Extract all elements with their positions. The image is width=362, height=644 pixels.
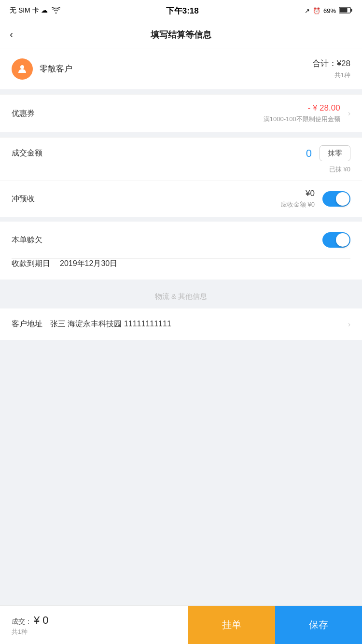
address-label: 客户地址 bbox=[12, 319, 50, 329]
customer-right: 合计：¥28 共1种 bbox=[312, 58, 350, 80]
deal-sub-row: 已抹 ¥0 bbox=[0, 164, 362, 181]
back-button[interactable]: ‹ bbox=[10, 28, 13, 41]
battery-text: 69% bbox=[323, 7, 336, 14]
address-value: 张三 海淀永丰科技园 11111111111 bbox=[50, 319, 343, 329]
page-title: 填写结算等信息 bbox=[151, 29, 211, 41]
bottom-deal-label: 成交： bbox=[12, 617, 32, 626]
deal-amount-input[interactable] bbox=[283, 147, 312, 160]
prepay-label: 冲预收 bbox=[12, 194, 35, 204]
customer-name: 零散客户 bbox=[40, 63, 72, 74]
coupon-right: - ¥ 28.00 满1000-100不限制使用金额 › bbox=[264, 103, 350, 124]
no-sim-text: 无 SIM 卡 ☁ bbox=[10, 6, 48, 15]
address-section[interactable]: 客户地址 张三 海淀永丰科技园 11111111111 › bbox=[0, 308, 362, 340]
empty-space bbox=[0, 345, 362, 441]
prepay-row: 冲预收 ¥0 应收金额 ¥0 bbox=[0, 181, 362, 217]
debit-toggle[interactable] bbox=[322, 232, 350, 248]
customer-left: 零散客户 bbox=[12, 58, 72, 80]
coupon-section[interactable]: 优惠券 - ¥ 28.00 满1000-100不限制使用金额 › bbox=[0, 94, 362, 132]
save-button[interactable]: 保存 bbox=[275, 606, 362, 644]
due-date-label: 收款到期日 bbox=[12, 259, 50, 269]
logistics-label: 物流 & 其他信息 bbox=[155, 292, 207, 301]
status-left: 无 SIM 卡 ☁ bbox=[10, 6, 60, 15]
debit-row: 本单赊欠 bbox=[0, 222, 362, 258]
bottom-deal-amount: ¥ 0 bbox=[34, 614, 49, 627]
round-zero-button[interactable]: 抹零 bbox=[320, 145, 350, 161]
nav-bar: ‹ 填写结算等信息 bbox=[0, 21, 362, 48]
due-date-value: 2019年12月30日 bbox=[60, 259, 117, 269]
deal-amount-label: 成交金额 bbox=[12, 148, 42, 158]
prepay-right: ¥0 应收金额 ¥0 bbox=[281, 189, 350, 209]
debit-label: 本单赊欠 bbox=[12, 235, 42, 245]
bottom-bar: 成交： ¥ 0 共1种 挂单 保存 bbox=[0, 605, 362, 644]
coupon-discount-note: 满1000-100不限制使用金额 bbox=[264, 115, 340, 124]
customer-section: 零散客户 合计：¥28 共1种 bbox=[0, 48, 362, 89]
status-right: ↗ ⏰ 69% bbox=[305, 7, 352, 15]
prepay-amount-top: ¥0 bbox=[281, 189, 315, 198]
alarm-icon: ⏰ bbox=[313, 7, 320, 14]
status-bar: 无 SIM 卡 ☁ 下午3:18 ↗ ⏰ 69% bbox=[0, 0, 362, 21]
coupon-label: 优惠券 bbox=[12, 109, 35, 119]
prepay-amount-bottom: 应收金额 ¥0 bbox=[281, 200, 315, 209]
debit-section: 本单赊欠 收款到期日 2019年12月30日 bbox=[0, 222, 362, 280]
prepay-amounts: ¥0 应收金额 ¥0 bbox=[281, 189, 315, 209]
avatar bbox=[12, 58, 33, 80]
total-count: 共1种 bbox=[312, 71, 350, 80]
battery-icon bbox=[339, 7, 352, 15]
total-amount: 合计：¥28 bbox=[312, 58, 350, 69]
address-chevron-icon: › bbox=[348, 320, 350, 329]
deal-amount-row: 成交金额 抹零 bbox=[0, 137, 362, 164]
svg-rect-1 bbox=[351, 9, 352, 12]
bottom-deal-count: 共1种 bbox=[12, 628, 177, 636]
deal-amount-section: 成交金额 抹零 已抹 ¥0 冲预收 ¥0 应收金额 ¥0 bbox=[0, 137, 362, 217]
address-row[interactable]: 客户地址 张三 海淀永丰科技园 11111111111 › bbox=[0, 308, 362, 340]
location-icon: ↗ bbox=[305, 7, 310, 14]
debit-toggle-knob bbox=[336, 233, 349, 247]
bottom-left: 成交： ¥ 0 共1种 bbox=[0, 614, 188, 636]
coupon-discount-value: - ¥ 28.00 bbox=[264, 103, 340, 113]
due-date-row: 收款到期日 2019年12月30日 bbox=[0, 259, 362, 280]
svg-rect-2 bbox=[340, 8, 348, 12]
status-time: 下午3:18 bbox=[166, 5, 199, 16]
toggle-knob bbox=[336, 192, 349, 206]
coupon-row[interactable]: 优惠券 - ¥ 28.00 满1000-100不限制使用金额 › bbox=[0, 94, 362, 132]
customer-row: 零散客户 合计：¥28 共1种 bbox=[0, 48, 362, 89]
chevron-right-icon: › bbox=[348, 109, 350, 118]
prepay-toggle[interactable] bbox=[322, 191, 350, 207]
wifi-icon bbox=[52, 7, 60, 15]
svg-point-3 bbox=[20, 65, 24, 69]
deal-sub-text: 已抹 ¥0 bbox=[329, 165, 350, 174]
coupon-value-col: - ¥ 28.00 满1000-100不限制使用金额 bbox=[264, 103, 340, 124]
hang-button[interactable]: 挂单 bbox=[188, 606, 275, 644]
logistics-divider: 物流 & 其他信息 bbox=[0, 284, 362, 308]
